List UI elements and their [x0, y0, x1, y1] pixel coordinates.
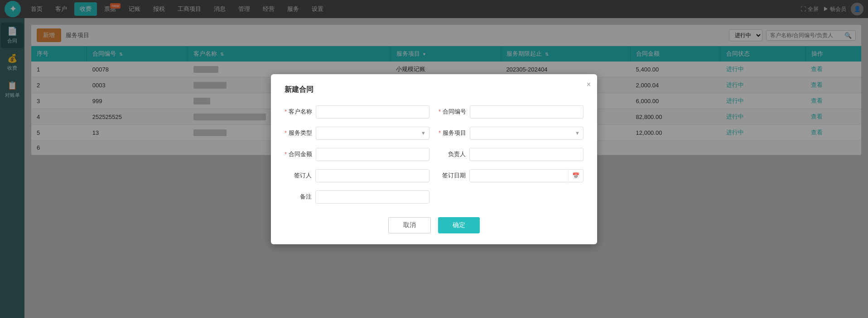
- input-customer-name[interactable]: [316, 105, 429, 119]
- select-service-type[interactable]: [316, 127, 429, 140]
- select-service-type-wrapper: ▼: [316, 127, 429, 140]
- date-field-wrapper: 2023-06-06 📅: [469, 169, 583, 182]
- label-remark: 备注: [285, 193, 312, 201]
- field-contract-amount: 合同金额 0.00: [285, 148, 429, 161]
- input-contract-no[interactable]: [470, 105, 583, 119]
- close-button[interactable]: ×: [587, 81, 591, 89]
- cancel-button[interactable]: 取消: [388, 217, 431, 233]
- dialog-title: 新建合同: [285, 85, 583, 95]
- field-customer-name: 客户名称: [285, 105, 429, 119]
- label-signer: 签订人: [285, 171, 312, 180]
- label-service-item: 服务项目: [439, 129, 466, 137]
- label-responsible: 负责人: [439, 150, 466, 158]
- dialog-footer: 取消 确定: [285, 217, 583, 233]
- label-customer-name: 客户名称: [285, 108, 312, 116]
- field-responsible: 负责人: [439, 148, 583, 161]
- input-signer[interactable]: [315, 169, 429, 182]
- form-row-3: 合同金额 0.00 负责人: [285, 148, 583, 161]
- field-sign-date: 签订日期 2023-06-06 📅: [439, 169, 583, 182]
- field-service-type: 服务类型 ▼: [285, 127, 429, 140]
- input-sign-date[interactable]: 2023-06-06: [470, 170, 568, 182]
- form-row-1: 客户名称 合同编号: [285, 105, 583, 119]
- calendar-icon[interactable]: 📅: [568, 170, 583, 182]
- input-contract-amount[interactable]: 0.00: [316, 148, 429, 161]
- field-service-item: 服务项目 ▼: [439, 127, 583, 140]
- field-signer: 签订人: [285, 169, 429, 182]
- input-responsible[interactable]: [469, 148, 583, 161]
- label-service-type: 服务类型: [285, 129, 312, 137]
- label-contract-no: 合同编号: [439, 108, 466, 116]
- select-service-item-wrapper: ▼: [470, 127, 583, 140]
- select-service-item[interactable]: [470, 127, 583, 140]
- new-contract-dialog: 新建合同 × 客户名称 合同编号 服务类型 ▼: [271, 74, 597, 244]
- form-row-4: 签订人 签订日期 2023-06-06 📅: [285, 169, 583, 182]
- form-row-2: 服务类型 ▼ 服务项目 ▼: [285, 127, 583, 140]
- field-remark: 备注: [285, 190, 429, 204]
- form-row-5: 备注: [285, 190, 583, 204]
- modal-overlay[interactable]: 新建合同 × 客户名称 合同编号 服务类型 ▼: [0, 0, 868, 318]
- confirm-button[interactable]: 确定: [438, 217, 480, 233]
- field-contract-no: 合同编号: [439, 105, 583, 119]
- input-remark[interactable]: [315, 190, 429, 204]
- label-sign-date: 签订日期: [439, 171, 466, 180]
- label-contract-amount: 合同金额: [285, 150, 312, 158]
